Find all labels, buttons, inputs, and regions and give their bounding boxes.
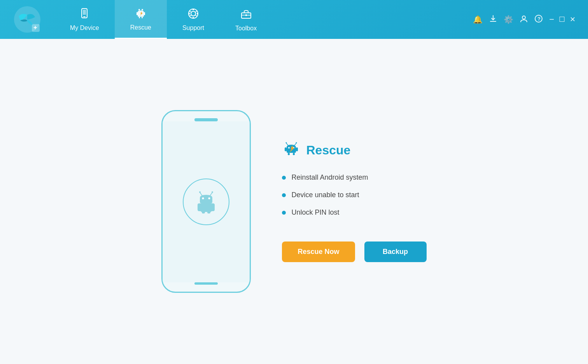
svg-line-40 <box>286 143 288 145</box>
svg-text:+: + <box>33 24 37 31</box>
tab-toolbox[interactable]: Toolbox <box>220 0 272 39</box>
svg-point-44 <box>288 147 290 149</box>
phone-frame <box>161 110 251 293</box>
tab-my-device-label: My Device <box>70 24 99 32</box>
nav-tabs: My Device Rescue <box>54 0 272 39</box>
feature-item-reinstall: Reinstall Android system <box>282 173 426 182</box>
phone-speaker <box>194 118 218 121</box>
svg-text:?: ? <box>537 16 541 22</box>
svg-point-6 <box>138 9 140 10</box>
feature-bullet-1 <box>282 176 286 180</box>
svg-rect-5 <box>83 10 86 15</box>
rescue-title: Rescue <box>306 143 350 158</box>
settings-icon[interactable]: ⚙️ <box>504 15 513 24</box>
notification-icon[interactable]: 🔔 <box>473 15 483 24</box>
svg-rect-25 <box>490 21 496 22</box>
minimize-button[interactable]: − <box>549 15 554 24</box>
download-icon[interactable] <box>489 14 497 25</box>
svg-rect-39 <box>207 211 210 214</box>
svg-point-43 <box>296 142 297 144</box>
feature-text-3: Unlock PIN lost <box>291 208 339 217</box>
svg-rect-36 <box>201 203 212 212</box>
svg-line-41 <box>294 143 296 145</box>
svg-rect-49 <box>293 153 295 155</box>
svg-rect-10 <box>139 17 140 18</box>
svg-rect-19 <box>192 17 194 18</box>
main-content: Rescue Reinstall Android system Device u… <box>0 39 588 364</box>
svg-point-13 <box>191 11 196 16</box>
svg-point-34 <box>208 198 210 200</box>
rescue-now-button[interactable]: Rescue Now <box>282 242 355 262</box>
phone-bottom-bar <box>194 282 218 285</box>
account-icon[interactable] <box>520 14 528 25</box>
window-controls: − ☐ ✕ <box>549 15 579 24</box>
my-device-icon <box>79 8 90 22</box>
tab-my-device[interactable]: My Device <box>54 0 115 39</box>
header-actions: 🔔 ⚙️ ? − ☐ ✕ <box>473 14 588 25</box>
android-circle <box>183 178 229 225</box>
svg-rect-24 <box>245 14 247 16</box>
svg-rect-11 <box>142 17 143 18</box>
rescue-panel: Rescue Reinstall Android system Device u… <box>282 141 426 262</box>
tab-rescue-label: Rescue <box>130 24 151 31</box>
svg-rect-37 <box>210 203 215 211</box>
svg-rect-18 <box>192 9 194 10</box>
tab-support-label: Support <box>182 24 204 32</box>
svg-point-42 <box>286 142 287 144</box>
phone-screen <box>163 121 250 282</box>
maximize-button[interactable]: ☐ <box>559 16 565 23</box>
svg-line-29 <box>200 192 202 196</box>
phone-illustration <box>161 110 251 293</box>
feature-text-1: Reinstall Android system <box>291 173 368 182</box>
svg-point-26 <box>522 16 525 19</box>
feature-bullet-2 <box>282 193 286 197</box>
tab-rescue[interactable]: Rescue <box>115 0 167 39</box>
backup-button[interactable]: Backup <box>364 242 427 262</box>
rescue-actions: Rescue Now Backup <box>282 242 426 262</box>
close-button[interactable]: ✕ <box>570 16 576 23</box>
svg-line-30 <box>210 192 212 196</box>
feature-text-2: Device unable to start <box>291 191 359 199</box>
feature-bullet-3 <box>282 211 286 215</box>
svg-point-31 <box>199 191 201 193</box>
toolbox-icon <box>240 7 252 23</box>
svg-point-12 <box>189 9 198 18</box>
svg-point-7 <box>142 9 143 10</box>
rescue-title-row: Rescue <box>282 141 426 159</box>
tab-support[interactable]: Support <box>167 0 220 39</box>
feature-item-unlock-pin: Unlock PIN lost <box>282 208 426 217</box>
svg-rect-48 <box>288 153 290 155</box>
android-robot-icon <box>194 189 219 214</box>
tab-toolbox-label: Toolbox <box>235 25 257 32</box>
support-icon <box>187 8 199 22</box>
svg-rect-9 <box>144 12 145 15</box>
svg-rect-38 <box>202 211 205 214</box>
svg-rect-21 <box>197 13 198 14</box>
rescue-icon <box>135 7 147 22</box>
svg-point-33 <box>202 198 204 200</box>
svg-point-32 <box>212 191 213 193</box>
svg-rect-20 <box>189 13 190 14</box>
help-icon[interactable]: ? <box>534 14 543 25</box>
svg-rect-46 <box>285 147 287 151</box>
svg-rect-8 <box>136 12 138 15</box>
svg-rect-4 <box>83 16 86 17</box>
rescue-title-icon <box>282 141 301 159</box>
svg-rect-47 <box>296 147 298 151</box>
rescue-features-list: Reinstall Android system Device unable t… <box>282 173 426 217</box>
header: + My Device <box>0 0 588 39</box>
feature-item-unable-start: Device unable to start <box>282 191 426 199</box>
app-logo: + <box>13 5 41 33</box>
logo-area: + <box>0 5 54 33</box>
